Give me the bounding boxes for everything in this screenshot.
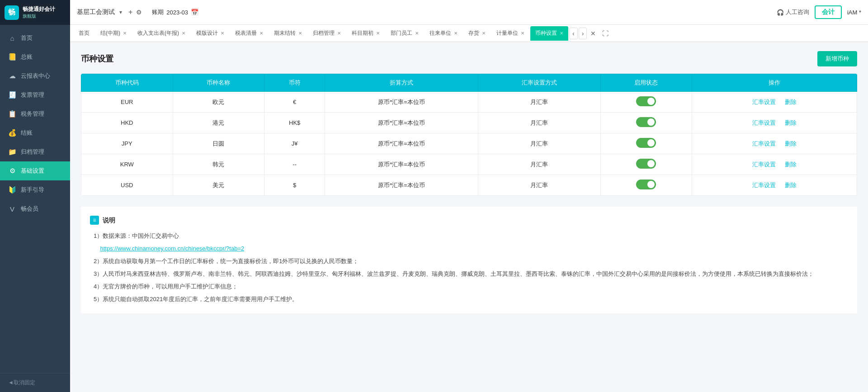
main-area: 基层工会测试 ▾ + ⚙ 账期 2023-03 📅 🎧 人工咨询 会计 iAM … [70, 0, 868, 392]
tab-close-subjects[interactable]: ✕ [376, 31, 380, 36]
sidebar-item-tax[interactable]: 📋税务管理 [0, 104, 70, 123]
tab-close-unit[interactable]: ✕ [521, 31, 524, 36]
cell-symbol: J¥ [264, 133, 325, 154]
tab-employees[interactable]: 部门员工 ✕ [386, 26, 424, 41]
cell-rate-type: 月汇率 [478, 133, 600, 154]
sidebar-item-checkout[interactable]: 💰结账 [0, 123, 70, 142]
tab-close-period_end[interactable]: ✕ [298, 31, 302, 36]
logo: 畅 畅捷通好会计 旗舰版 [0, 0, 70, 25]
tab-close-income[interactable]: ✕ [182, 31, 185, 36]
delete-link[interactable]: 删除 [785, 119, 797, 126]
tab-unit[interactable]: 计量单位 ✕ [491, 26, 529, 41]
notes-title: ≡ 说明 [90, 214, 848, 227]
invoice-icon: 🧾 [8, 91, 16, 99]
tab-close-currency[interactable]: ✕ [560, 31, 563, 36]
topbar: 基层工会测试 ▾ + ⚙ 账期 2023-03 📅 🎧 人工咨询 会计 iAM … [70, 0, 868, 25]
cell-name: 韩元 [173, 154, 264, 175]
delete-link[interactable]: 删除 [785, 182, 797, 189]
tab-next-button[interactable]: › [579, 28, 587, 39]
account-button[interactable]: 会计 [815, 5, 842, 19]
cell-code: KRW [81, 154, 173, 175]
notes-item-1: https://www.chinamoney.com.cn/chinese/bk… [94, 243, 848, 255]
tab-close-arch_mgmt[interactable]: ✕ [337, 31, 341, 36]
cell-symbol: -- [264, 154, 325, 175]
tab-close-all-button[interactable]: ✕ [588, 29, 599, 38]
col-币符: 币符 [264, 74, 325, 92]
settings-icon: ⚙ [8, 167, 16, 175]
cell-enabled [600, 133, 692, 154]
toggle-enabled[interactable] [636, 138, 656, 148]
tax-icon: 📋 [8, 110, 16, 118]
sidebar-item-reports[interactable]: ☁云报表中心 [0, 66, 70, 85]
tab-expand-button[interactable]: ⛶ [599, 29, 611, 38]
new-currency-button[interactable]: 新增币种 [817, 51, 857, 66]
consult-button[interactable]: 🎧 人工咨询 [777, 8, 809, 16]
tab-inventory[interactable]: 存货 ✕ [463, 26, 491, 41]
tab-period_end[interactable]: 期末结转 ✕ [269, 26, 307, 41]
col-币种名称: 币种名称 [173, 74, 264, 92]
cell-name: 美元 [173, 175, 264, 196]
sidebar-footer[interactable]: ◄取消固定 [0, 373, 70, 392]
sidebar-item-invoice[interactable]: 🧾发票管理 [0, 85, 70, 104]
tab-taxbook[interactable]: 税表清册 ✕ [230, 26, 268, 41]
rate-setting-link[interactable]: 汇率设置 [752, 119, 776, 126]
table-body: EUR 欧元 € 原币*汇率=本位币 月汇率 汇率设置 删除 HKD 港元 HK… [81, 92, 857, 196]
period-label: 账期 [152, 8, 164, 16]
settings-icon[interactable]: ⚙ [136, 9, 142, 16]
tab-prev-button[interactable]: ‹ [569, 28, 578, 39]
delete-link[interactable]: 删除 [785, 99, 797, 105]
tab-period[interactable]: 结(中期) ✕ [95, 26, 132, 41]
sidebar-item-settings[interactable]: ⚙基础设置 [0, 161, 70, 180]
tab-arch_mgmt[interactable]: 归档管理 ✕ [308, 26, 346, 41]
sidebar-item-ledger[interactable]: 📒总账 [0, 47, 70, 66]
rate-setting-link[interactable]: 汇率设置 [752, 140, 776, 147]
user-badge: iAM * [847, 9, 861, 16]
tab-close-employees[interactable]: ✕ [415, 31, 419, 36]
tab-template[interactable]: 模版设计 ✕ [191, 26, 229, 41]
notes-section: ≡ 说明 1）数据来源：中国外汇交易中心 https://www.chinamo… [81, 207, 857, 313]
tab-home[interactable]: 首页 [74, 26, 94, 41]
delete-link[interactable]: 删除 [785, 161, 797, 168]
add-icon[interactable]: + [128, 8, 132, 16]
sidebar-item-home[interactable]: ⌂首页 [0, 28, 70, 47]
cell-actions: 汇率设置 删除 [692, 154, 857, 175]
cell-name: 日圆 [173, 133, 264, 154]
sidebar-item-archive[interactable]: 📁归档管理 [0, 142, 70, 161]
notes-item-3: 3）人民币对马来西亚林吉特、俄罗斯卢布、南非兰特、韩元、阿联西迪拉姆、沙特里亚尔… [94, 268, 848, 280]
table-row: EUR 欧元 € 原币*汇率=本位币 月汇率 汇率设置 删除 [81, 92, 857, 113]
sidebar-item-vip[interactable]: V畅会员 [0, 199, 70, 218]
calendar-icon[interactable]: 📅 [191, 9, 198, 16]
checkout-icon: 💰 [8, 129, 16, 137]
toggle-enabled[interactable] [636, 159, 656, 169]
topbar-actions: + ⚙ [128, 8, 142, 16]
tab-income[interactable]: 收入支出表(年报) ✕ [132, 26, 190, 41]
tab-close-template[interactable]: ✕ [221, 31, 224, 36]
rate-setting-link[interactable]: 汇率设置 [752, 99, 776, 105]
logo-text: 畅捷通好会计 旗舰版 [23, 5, 55, 19]
tabbar: 首页结(中期) ✕收入支出表(年报) ✕模版设计 ✕税表清册 ✕期末结转 ✕归档… [70, 25, 868, 42]
toggle-enabled[interactable] [636, 117, 656, 127]
sidebar-item-guide[interactable]: 🔰新手引导 [0, 180, 70, 199]
cell-code: HKD [81, 113, 173, 133]
toggle-enabled[interactable] [636, 179, 656, 189]
cell-calc: 原币*汇率=本位币 [325, 175, 478, 196]
table-header-row: 币种代码币种名称币符折算方式汇率设置方式启用状态操作 [81, 74, 857, 92]
tab-currency[interactable]: 币种设置 ✕ [530, 26, 568, 41]
sidebar-nav: ⌂首页📒总账☁云报表中心🧾发票管理📋税务管理💰结账📁归档管理⚙基础设置🔰新手引导… [0, 25, 70, 373]
notes-link[interactable]: https://www.chinamoney.com.cn/chinese/bk… [100, 245, 244, 252]
tab-close-taxbook[interactable]: ✕ [259, 31, 263, 36]
notes-item-4: 4）无官方牌价的币种，可以用用户手工维护汇率信息； [94, 281, 848, 293]
tab-subjects[interactable]: 科目期初 ✕ [347, 26, 385, 41]
rate-setting-link[interactable]: 汇率设置 [752, 182, 776, 189]
delete-link[interactable]: 删除 [785, 140, 797, 147]
tab-close-clients[interactable]: ✕ [454, 31, 458, 36]
company-dropdown-icon[interactable]: ▾ [119, 9, 122, 15]
cell-code: USD [81, 175, 173, 196]
cell-rate-type: 月汇率 [478, 92, 600, 113]
tab-close-inventory[interactable]: ✕ [482, 31, 486, 36]
rate-setting-link[interactable]: 汇率设置 [752, 161, 776, 168]
tab-close-period[interactable]: ✕ [123, 31, 127, 36]
tab-clients[interactable]: 往来单位 ✕ [425, 26, 462, 41]
table-row: USD 美元 $ 原币*汇率=本位币 月汇率 汇率设置 删除 [81, 175, 857, 196]
toggle-enabled[interactable] [636, 96, 656, 106]
